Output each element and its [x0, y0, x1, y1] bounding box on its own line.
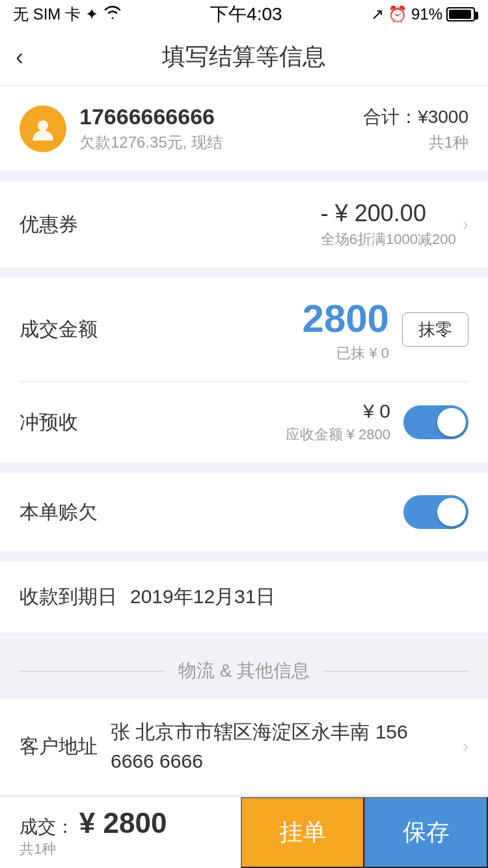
bottom-summary: 成交： ¥ 2800 共1种: [0, 807, 241, 859]
customer-total: 合计：¥3000 共1种: [363, 105, 468, 153]
logistics-label: 物流 & 其他信息: [178, 658, 310, 683]
address-label: 客户地址: [20, 733, 98, 760]
coupon-discount: - ¥ 200.00: [321, 200, 456, 227]
location-icon: ↗: [371, 5, 384, 23]
logistics-line-right: [323, 671, 468, 671]
status-right: ↗ ⏰ 91%: [371, 5, 475, 23]
amount-section: 成交金额 2800 已抹 ¥ 0 抹零 冲预收 ¥ 0 应收金额 ¥ 2800: [0, 278, 488, 463]
customer-info: 17666666666 欠款1276.35元, 现结: [79, 104, 223, 153]
prepay-row: 冲预收 ¥ 0 应收金额 ¥ 2800: [0, 382, 488, 463]
sim-indicator: 无 SIM 卡 ✦: [13, 4, 98, 25]
amount-sub: 已抹 ¥ 0: [303, 344, 389, 363]
prepay-sub: 应收金额 ¥ 2800: [286, 425, 390, 444]
bottom-bar: 成交： ¥ 2800 共1种 挂单 保存: [0, 796, 488, 868]
save-button[interactable]: 保存: [364, 797, 488, 868]
customer-left: 17666666666 欠款1276.35元, 现结: [20, 104, 223, 153]
coupon-desc: 全场6折满1000减200: [321, 230, 456, 249]
coupon-arrow-icon: ›: [463, 214, 468, 235]
due-date-row: 收款到期日 2019年12月31日: [0, 562, 488, 632]
amount-value: 2800: [303, 296, 389, 341]
prepay-amount: ¥ 0 应收金额 ¥ 2800: [286, 400, 390, 444]
due-date-section: 收款到期日 2019年12月31日: [0, 562, 488, 632]
total-count: 共1种: [363, 132, 468, 153]
due-date-label: 收款到期日: [20, 584, 117, 610]
prepay-label: 冲预收: [20, 409, 78, 436]
prepay-right: ¥ 0 应收金额 ¥ 2800: [286, 400, 468, 444]
logistics-line-left: [20, 671, 165, 671]
summary-count: 共1种: [20, 839, 221, 859]
wifi-icon: [103, 5, 122, 23]
prepay-toggle[interactable]: [403, 405, 468, 439]
amount-info: 2800 已抹 ¥ 0: [303, 296, 389, 363]
amount-label: 成交金额: [20, 316, 98, 343]
nav-bar: ‹ 填写结算等信息: [0, 29, 488, 86]
address-content: 张 北京市市辖区海淀区永丰南 156 6666 6666: [98, 717, 463, 776]
customer-phone: 17666666666: [79, 104, 223, 129]
credit-toggle-knob: [437, 498, 466, 526]
customer-card: 17666666666 欠款1276.35元, 现结 合计：¥3000 共1种: [0, 86, 488, 171]
svg-point-0: [38, 120, 48, 131]
summary-label: 成交：: [20, 817, 74, 837]
total-amount: 合计：¥3000: [363, 105, 468, 129]
address-arrow-icon: ›: [463, 736, 468, 757]
alarm-icon: ⏰: [388, 5, 407, 23]
hold-button[interactable]: 挂单: [241, 797, 364, 868]
credit-toggle[interactable]: [403, 495, 468, 529]
prepay-value: ¥ 0: [286, 400, 390, 422]
main-content: 17666666666 欠款1276.35元, 现结 合计：¥3000 共1种 …: [0, 86, 488, 868]
coupon-info: - ¥ 200.00 全场6折满1000减200: [321, 200, 456, 249]
credit-label: 本单赊欠: [20, 499, 98, 526]
round-button[interactable]: 抹零: [402, 312, 468, 347]
coupon-right: - ¥ 200.00 全场6折满1000减200 ›: [321, 200, 468, 249]
credit-section: 本单赊欠: [0, 473, 488, 551]
battery-icon: [446, 7, 475, 21]
status-left: 无 SIM 卡 ✦: [13, 4, 122, 25]
address-section: 客户地址 张 北京市市辖区海淀区永丰南 156 6666 6666 ›: [0, 699, 488, 794]
logistics-header: 物流 & 其他信息: [0, 643, 488, 699]
avatar: [20, 105, 66, 152]
back-button[interactable]: ‹: [16, 44, 23, 71]
time-display: 下午4:03: [210, 2, 282, 27]
page-title: 填写结算等信息: [162, 41, 326, 73]
address-row[interactable]: 客户地址 张 北京市市辖区海淀区永丰南 156 6666 6666 ›: [0, 699, 488, 794]
due-date-value: 2019年12月31日: [130, 584, 275, 610]
toggle-knob: [437, 408, 466, 437]
amount-right: 2800 已抹 ¥ 0 抹零: [303, 296, 468, 363]
summary-amount: ¥ 2800: [79, 807, 167, 839]
bottom-label-row: 成交： ¥ 2800: [20, 807, 221, 839]
coupon-label: 优惠券: [20, 211, 78, 238]
coupon-row[interactable]: 优惠券 - ¥ 200.00 全场6折满1000减200 ›: [0, 182, 488, 267]
battery-percent: 91%: [411, 5, 442, 23]
customer-debt: 欠款1276.35元, 现结: [79, 132, 223, 153]
credit-row: 本单赊欠: [0, 473, 488, 551]
status-bar: 无 SIM 卡 ✦ 下午4:03 ↗ ⏰ 91%: [0, 0, 488, 29]
amount-row: 成交金额 2800 已抹 ¥ 0 抹零: [0, 278, 488, 381]
